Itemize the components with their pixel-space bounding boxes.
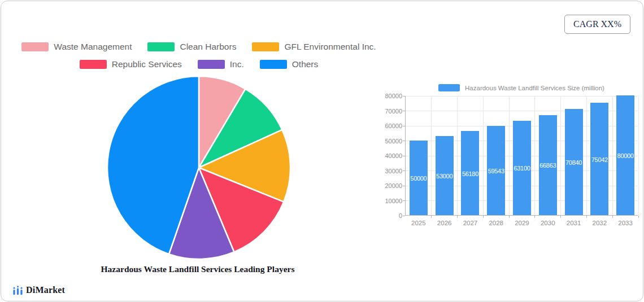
y-tick-80000	[403, 96, 405, 97]
y-gridline-80000	[406, 96, 638, 97]
y-axis-label-20000: 20000	[376, 182, 402, 189]
legend-label-clean-harbors: Clean Harbors	[180, 42, 236, 52]
legend-item-others[interactable]: Others	[260, 59, 319, 69]
bar-legend-swatch	[438, 84, 460, 91]
y-axis-label-50000: 50000	[376, 138, 402, 145]
x-tick-9	[638, 216, 639, 218]
x-axis-label-2031: 2031	[561, 220, 587, 226]
x-tick-1	[431, 216, 432, 218]
legend-swatch-clean-harbors	[147, 42, 175, 51]
legend-item-gfl-environmental-inc[interactable]: GFL Environmental Inc.	[252, 42, 376, 52]
bar-chart-legend[interactable]: Hazardous Waste Landfill Services Size (…	[405, 84, 638, 91]
bar-value-label-2030: 66863	[539, 162, 557, 169]
bar-chart-logo-icon	[12, 286, 23, 295]
bar-legend-label: Hazardous Waste Landfill Services Size (…	[465, 85, 604, 91]
x-axis-label-2032: 2032	[586, 220, 612, 226]
x-tick-4	[509, 216, 510, 218]
y-axis-label-40000: 40000	[376, 152, 402, 159]
legend-swatch-inc	[198, 60, 225, 69]
y-axis-label-60000: 60000	[376, 122, 402, 129]
legend-label-waste-management: Waste Management	[54, 42, 132, 52]
bar-2027: 56180	[461, 131, 479, 215]
bar-2025: 50000	[410, 141, 428, 216]
bar-chart-plot-area: 0100002000030000400005000060000700008000…	[405, 96, 638, 216]
bar-value-label-2029: 63100	[513, 165, 531, 172]
x-gridline-5	[534, 96, 535, 215]
pie-legend-row-2: Republic ServicesInc.Others	[12, 59, 385, 69]
pie-chart	[106, 75, 292, 261]
legend-label-others: Others	[292, 59, 319, 69]
bar-2028: 59543	[487, 126, 505, 215]
x-gridline-8	[612, 96, 613, 215]
bar-2026: 53000	[436, 136, 454, 215]
bar-2029: 63100	[513, 121, 531, 215]
bar-value-label-2025: 50000	[410, 175, 428, 182]
bar-value-label-2031: 70840	[565, 159, 583, 166]
pie-legend: Waste ManagementClean HarborsGFL Environ…	[12, 42, 385, 77]
y-axis-label-80000: 80000	[376, 93, 402, 99]
x-gridline-4	[509, 96, 510, 215]
x-axis-label-2025: 2025	[406, 220, 432, 226]
y-tick-50000	[403, 141, 405, 141]
x-axis-label-2028: 2028	[483, 220, 509, 226]
bar-value-label-2028: 59543	[487, 168, 505, 174]
x-axis-label-2033: 2033	[612, 220, 638, 226]
report-screenshot: CAGR XX% Waste ManagementClean HarborsGF…	[0, 0, 644, 302]
brand-name: DiMarket	[26, 285, 65, 295]
legend-label-inc: Inc.	[230, 59, 244, 69]
y-tick-10000	[403, 200, 405, 201]
legend-label-republic-services: Republic Services	[112, 59, 182, 69]
y-axis-label-10000: 10000	[376, 198, 402, 204]
bar-2032: 75042	[590, 103, 608, 215]
x-axis-label-2029: 2029	[509, 220, 535, 226]
legend-swatch-others	[260, 60, 287, 69]
x-gridline-6	[560, 96, 561, 215]
y-axis-label-70000: 70000	[376, 108, 402, 115]
pie-chart-title: Hazardous Waste Landfill Services Leadin…	[56, 264, 339, 274]
bar-chart: Hazardous Waste Landfill Services Size (…	[390, 82, 643, 234]
x-tick-2	[457, 216, 458, 218]
x-tick-3	[483, 216, 484, 218]
pie-chart-svg	[106, 75, 292, 261]
y-axis-label-0: 0	[376, 212, 402, 219]
y-tick-0	[403, 216, 405, 216]
y-tick-20000	[403, 186, 405, 186]
legend-label-gfl-environmental-inc: GFL Environmental Inc.	[284, 42, 376, 52]
legend-item-inc[interactable]: Inc.	[198, 59, 244, 69]
x-axis-label-2027: 2027	[458, 220, 484, 226]
legend-item-republic-services[interactable]: Republic Services	[80, 59, 182, 69]
x-gridline-1	[431, 96, 432, 215]
x-tick-7	[586, 216, 587, 218]
y-tick-60000	[403, 126, 405, 126]
legend-item-clean-harbors[interactable]: Clean Harbors	[147, 42, 236, 52]
y-tick-30000	[403, 170, 405, 171]
x-gridline-7	[586, 96, 587, 215]
x-gridline-2	[457, 96, 458, 215]
x-axis-label-2030: 2030	[535, 220, 561, 226]
bar-2030: 66863	[539, 115, 557, 215]
y-tick-40000	[403, 156, 405, 156]
bar-value-label-2032: 75042	[590, 156, 608, 163]
bar-2033: 80000	[616, 95, 634, 215]
pie-legend-row-1: Waste ManagementClean HarborsGFL Environ…	[12, 42, 385, 52]
bar-value-label-2027: 56180	[461, 170, 479, 177]
x-gridline-3	[483, 96, 484, 215]
x-tick-6	[560, 216, 561, 218]
cagr-badge[interactable]: CAGR XX%	[564, 15, 630, 34]
legend-item-waste-management[interactable]: Waste Management	[21, 42, 132, 52]
legend-swatch-waste-management	[21, 42, 49, 51]
y-tick-70000	[403, 111, 405, 111]
bar-value-label-2026: 53000	[436, 173, 454, 180]
report-card: CAGR XX% Waste ManagementClean HarborsGF…	[1, 1, 643, 301]
x-tick-5	[534, 216, 535, 218]
x-gridline-9	[638, 96, 639, 215]
x-tick-8	[612, 216, 613, 218]
bar-2031: 70840	[565, 109, 583, 215]
brand-logo[interactable]: DiMarket	[12, 285, 65, 295]
x-axis-label-2026: 2026	[432, 220, 458, 226]
legend-swatch-republic-services	[80, 60, 107, 69]
y-axis-label-30000: 30000	[376, 168, 402, 174]
legend-swatch-gfl-environmental-inc	[252, 42, 279, 51]
bar-value-label-2033: 80000	[616, 152, 634, 159]
